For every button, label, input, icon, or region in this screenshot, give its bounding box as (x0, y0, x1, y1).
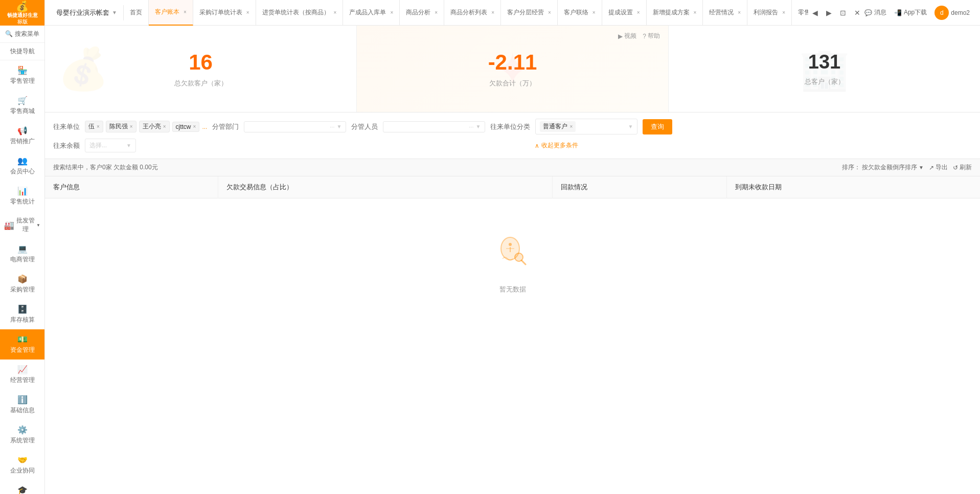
sidebar-item-inventory[interactable]: 🗄️ 库存核算 (0, 299, 44, 329)
sidebar-item-marketing[interactable]: 📢 营销推广 (0, 121, 44, 151)
filter-tag-wang-text: 王小亮 (143, 122, 161, 131)
tab-raise-setting-close[interactable]: × (637, 10, 640, 15)
tab-customer-segment-close[interactable]: × (548, 10, 551, 15)
remaining-filter-label: 往来余额 (53, 141, 80, 150)
content-area: 💰 16 总欠款客户（家） ✦ -2.11 欠款合计（万） ▶ 视频 ? 帮 (45, 26, 980, 494)
tab-raise-setting-label: 提成设置 (608, 8, 633, 17)
tab-purchase-order[interactable]: 采购订单统计表 × (193, 0, 256, 26)
tab-purchase-order-close[interactable]: × (246, 10, 249, 15)
sidebar-item-ecommerce[interactable]: 💻 电商管理 (0, 239, 44, 269)
brand-logo: 💰 畅捷通好生意 标版 (0, 0, 44, 26)
sidebar-item-label-marketing: 营销推广 (10, 137, 35, 146)
tab-goods-analysis-label: 商品分析 (406, 8, 430, 17)
tab-new-raise[interactable]: 新增提成方案 × (647, 0, 703, 26)
tab-retail-profit[interactable]: 零售利润（ × (792, 0, 808, 26)
more-tags-btn[interactable]: ... (202, 123, 207, 130)
message-btn[interactable]: 💬 消息 (864, 8, 886, 17)
tab-profit-report-close[interactable]: × (782, 10, 785, 15)
filter-tag-chen-close[interactable]: × (130, 124, 133, 129)
tab-customer-segment[interactable]: 客户分层经营 × (501, 0, 558, 26)
query-button[interactable]: 查询 (643, 119, 672, 134)
tab-goods-analysis[interactable]: 商品分析 × (400, 0, 444, 26)
sidebar-item-member[interactable]: 👥 会员中心 (0, 151, 44, 181)
tab-customer-contact-close[interactable]: × (592, 10, 596, 15)
export-btn[interactable]: ↗ 导出 (929, 163, 948, 172)
logo-icon: 💰 (16, 0, 29, 12)
tab-purchase-stats-close[interactable]: × (334, 10, 337, 15)
enterprise-coop-icon: 🤝 (17, 455, 28, 465)
sidebar-item-operation[interactable]: 📈 经营管理 (0, 360, 44, 390)
operation-icon: 📈 (17, 365, 28, 374)
tab-product-warehouse[interactable]: 产成品入库单 × (343, 0, 400, 26)
tab-goods-analysis-list[interactable]: 商品分析列表 × (444, 0, 501, 26)
filter-tag-wu-close[interactable]: × (97, 124, 100, 129)
tab-purchase-stats[interactable]: 进货单统计表（按商品） × (256, 0, 344, 26)
unit-category-tag-close[interactable]: × (569, 124, 573, 129)
sidebar-item-purchase[interactable]: 📦 采购管理 (0, 269, 44, 299)
tab-raise-setting[interactable]: 提成设置 × (602, 0, 647, 26)
brand-name: 畅捷通好生意 (7, 12, 38, 18)
unit-category-select[interactable]: 普通客户 × ▼ (535, 119, 637, 134)
result-bar: 搜索结果中，客户0家 欠款金额 0.00元 排序： 按欠款金额倒序排序 ▼ ↗ … (45, 159, 980, 176)
col-repayment: 回款情况 (553, 176, 727, 198)
sort-btn[interactable]: 排序： 按欠款金额倒序排序 ▼ (842, 163, 924, 172)
unit-filter-tags: 伍 × 陈民强 × 王小亮 × cjttcw × ... (85, 121, 207, 132)
manager-filter-select[interactable]: ··· ▼ (383, 121, 485, 132)
brand-dropdown[interactable]: 母婴行业演示帐套 ▼ (50, 5, 124, 20)
stat-total-debt-value: -2.11 (488, 50, 537, 75)
tab-operation[interactable]: 经营情况 × (703, 0, 747, 26)
svg-line-5 (521, 260, 526, 264)
result-actions: 排序： 按欠款金额倒序排序 ▼ ↗ 导出 ↺ 刷新 (842, 163, 972, 172)
finance-icon: 💵 (17, 334, 28, 344)
tab-new-raise-close[interactable]: × (694, 10, 697, 15)
purchase-icon: 📦 (17, 274, 28, 284)
message-label: 消息 (874, 8, 886, 17)
sidebar-item-new-guide[interactable]: 🎓 新手引导 (0, 480, 44, 494)
sidebar-item-retail-mgmt[interactable]: 🏪 零售管理 (0, 60, 44, 91)
tab-home[interactable]: 首页 (124, 0, 149, 26)
tab-close-all[interactable]: ✕ (850, 0, 864, 25)
new-guide-icon: 🎓 (17, 485, 28, 494)
sidebar-item-enterprise-coop[interactable]: 🤝 企业协同 (0, 450, 44, 480)
filter-tag-cjttcw-close[interactable]: × (193, 124, 196, 129)
sidebar-item-basic-info[interactable]: ℹ️ 基础信息 (0, 390, 44, 420)
tab-product-warehouse-close[interactable]: × (390, 10, 393, 15)
tab-maximize[interactable]: ⊡ (836, 0, 850, 25)
dept-filter-select[interactable]: ··· ▼ (244, 121, 346, 132)
export-icon: ↗ (929, 164, 934, 171)
help-btn[interactable]: ? 帮助 (643, 32, 660, 40)
filter-tag-wang-close[interactable]: × (163, 124, 166, 129)
empty-icon (492, 229, 533, 277)
sort-label: 排序： (842, 163, 860, 172)
tab-goods-analysis-list-close[interactable]: × (491, 10, 494, 15)
table-container: 客户信息 欠款交易信息（占比） 回款情况 到期未收款日期 (45, 176, 980, 494)
tab-profit-report[interactable]: 利润报告 × (747, 0, 792, 26)
tab-customer-balance[interactable]: 客户账本 × (149, 0, 193, 26)
sidebar-item-retail-mall[interactable]: 🛒 零售商城 (0, 91, 44, 121)
search-menu-label: 搜索菜单 (15, 30, 39, 37)
sidebar-item-wholesale[interactable]: 🏭 批发管理 ▼ (0, 211, 44, 239)
tab-nav-prev[interactable]: ◀ (808, 0, 822, 25)
tab-customer-balance-close[interactable]: × (184, 9, 187, 15)
sidebar-item-system[interactable]: ⚙️ 系统管理 (0, 420, 44, 450)
tab-customer-contact[interactable]: 客户联络 × (558, 0, 602, 26)
sidebar-item-retail-stats[interactable]: 📊 零售统计 (0, 181, 44, 211)
member-icon: 👥 (17, 156, 28, 166)
tab-nav-next[interactable]: ▶ (822, 0, 836, 25)
tab-customer-segment-label: 客户分层经营 (507, 8, 544, 17)
search-menu[interactable]: 🔍 搜索菜单 (0, 26, 44, 43)
tab-operation-close[interactable]: × (738, 10, 741, 15)
tab-goods-analysis-close[interactable]: × (435, 10, 438, 15)
user-profile-btn[interactable]: d demo2 (935, 6, 970, 20)
video-btn[interactable]: ▶ 视频 (618, 32, 636, 40)
quick-nav[interactable]: 快捷导航 (0, 43, 44, 60)
export-label: 导出 (936, 163, 948, 172)
ecommerce-icon: 💻 (17, 244, 28, 254)
help-icon: ? (643, 33, 646, 40)
sidebar-item-finance[interactable]: 💵 资金管理 (0, 329, 44, 360)
collapse-btn[interactable]: ∧ 收起更多条件 (535, 141, 578, 150)
app-download-btn[interactable]: 📲 App下载 (894, 8, 927, 17)
remaining-filter-select[interactable]: 选择... ▼ (85, 139, 136, 152)
refresh-btn[interactable]: ↺ 刷新 (953, 163, 972, 172)
inventory-icon: 🗄️ (17, 304, 28, 314)
